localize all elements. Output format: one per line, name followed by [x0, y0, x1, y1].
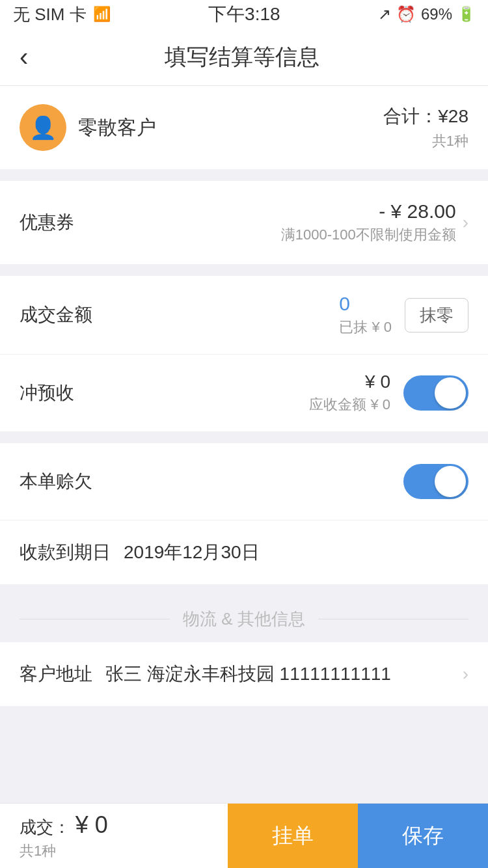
prepay-row: 冲预收 ¥ 0 应收金额 ¥ 0: [0, 355, 488, 431]
coupon-amount: - ¥ 28.00: [281, 200, 456, 223]
battery-icon: 🔋: [457, 6, 475, 23]
divider-line-left: [20, 619, 170, 619]
status-bar: 无 SIM 卡 📶 下午3:18 ↗ ⏰ 69% 🔋: [0, 0, 488, 29]
prepay-label: 冲预收: [20, 381, 74, 405]
coupon-label: 优惠券: [20, 210, 74, 235]
back-button[interactable]: ‹: [20, 42, 41, 72]
due-date-row: 收款到期日 2019年12月30日: [0, 521, 488, 584]
avatar: 👤: [20, 104, 66, 151]
coupon-right: - ¥ 28.00 满1000-100不限制使用金额 ›: [281, 200, 468, 245]
customer-section: 👤 零散客户 合计：¥28 共1种: [0, 86, 488, 169]
bottom-bar: 成交： ¥ 0 共1种 挂单 保存: [0, 803, 488, 868]
due-date-value: 2019年12月30日: [124, 540, 260, 565]
hang-button[interactable]: 挂单: [228, 804, 358, 869]
prepay-amount: ¥ 0: [309, 372, 390, 392]
round-zero-button[interactable]: 抹零: [405, 298, 468, 332]
coupon-desc: 满1000-100不限制使用金额: [281, 225, 456, 245]
customer-info: 👤 零散客户: [20, 104, 156, 151]
coupon-section[interactable]: 优惠券 - ¥ 28.00 满1000-100不限制使用金额 ›: [0, 181, 488, 264]
debt-toggle[interactable]: [403, 464, 468, 499]
address-chevron-icon: ›: [463, 664, 468, 685]
alarm-icon: ⏰: [396, 5, 416, 23]
save-button[interactable]: 保存: [358, 804, 488, 869]
status-left: 无 SIM 卡 📶: [13, 3, 111, 26]
transaction-amount-info: 0 已抹 ¥ 0: [339, 293, 392, 337]
prepay-receivable: 应收金额 ¥ 0: [309, 395, 390, 414]
debt-row: 本单赊欠: [0, 443, 488, 521]
logistics-label: 物流 & 其他信息: [183, 608, 305, 631]
total-count: 共1种: [383, 131, 468, 151]
address-value: 张三 海淀永丰科技园 11111111111: [105, 662, 456, 686]
debt-label: 本单赊欠: [20, 469, 92, 494]
bottom-summary: 成交： ¥ 0 共1种: [0, 811, 228, 861]
coupon-row[interactable]: 优惠券 - ¥ 28.00 满1000-100不限制使用金额 ›: [0, 181, 488, 264]
bottom-deal-line: 成交： ¥ 0: [20, 811, 208, 839]
customer-total: 合计：¥28 共1种: [383, 104, 468, 151]
bottom-deal-amount: ¥ 0: [75, 811, 108, 838]
page-title: 填写结算等信息: [41, 42, 442, 72]
coupon-info: - ¥ 28.00 满1000-100不限制使用金额: [281, 200, 456, 245]
transaction-amount-right: 0 已抹 ¥ 0 抹零: [339, 293, 468, 337]
bottom-count: 共1种: [20, 841, 208, 861]
logistics-divider: 物流 & 其他信息: [0, 596, 488, 642]
status-right: ↗ ⏰ 69% 🔋: [378, 5, 475, 23]
battery-label: 69%: [421, 5, 452, 23]
location-icon: ↗: [378, 5, 391, 23]
wifi-icon: 📶: [93, 6, 111, 23]
chevron-right-icon: ›: [463, 212, 468, 233]
address-section[interactable]: 客户地址 张三 海淀永丰科技园 11111111111 ›: [0, 642, 488, 706]
address-label: 客户地址: [20, 662, 92, 686]
transaction-section: 成交金额 0 已抹 ¥ 0 抹零 冲预收 ¥ 0 应收金额 ¥ 0: [0, 276, 488, 431]
customer-name: 零散客户: [78, 115, 156, 141]
total-price: 合计：¥28: [383, 104, 468, 129]
divider-line-right: [318, 619, 468, 619]
transaction-amount-row: 成交金额 0 已抹 ¥ 0 抹零: [0, 276, 488, 355]
status-time: 下午3:18: [208, 2, 280, 27]
hang-button-label: 挂单: [272, 822, 314, 850]
no-sim-label: 无 SIM 卡: [13, 3, 87, 26]
transaction-rounded-sub: 已抹 ¥ 0: [339, 318, 392, 337]
transaction-amount-label: 成交金额: [20, 303, 92, 327]
prepay-toggle[interactable]: [403, 375, 468, 411]
avatar-icon: 👤: [29, 115, 57, 141]
toggle-knob: [435, 377, 466, 409]
transaction-amount-value: 0: [339, 293, 350, 314]
prepay-right: ¥ 0 应收金额 ¥ 0: [309, 372, 468, 414]
bottom-deal-label: 成交：: [20, 817, 70, 837]
nav-bar: ‹ 填写结算等信息: [0, 29, 488, 86]
debt-toggle-knob: [435, 466, 466, 497]
save-button-label: 保存: [402, 822, 444, 850]
prepay-info: ¥ 0 应收金额 ¥ 0: [309, 372, 390, 414]
address-row[interactable]: 客户地址 张三 海淀永丰科技园 11111111111 ›: [0, 642, 488, 706]
debt-section: 本单赊欠 收款到期日 2019年12月30日: [0, 443, 488, 584]
due-date-label: 收款到期日: [20, 540, 111, 565]
